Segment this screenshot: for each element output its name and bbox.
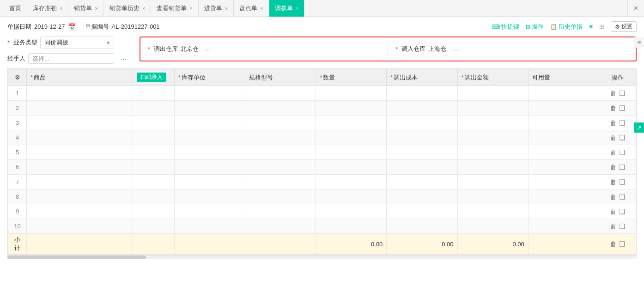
cell-qty[interactable]: [316, 116, 387, 130]
cell-cost[interactable]: [387, 204, 457, 219]
cell-cost[interactable]: [387, 116, 457, 130]
copy-row-button[interactable]: ❏: [619, 178, 625, 186]
copy-row-button[interactable]: ❏: [619, 193, 625, 201]
cell-unit[interactable]: [174, 116, 245, 130]
cell-cost[interactable]: [387, 160, 457, 175]
cell-spec[interactable]: [245, 234, 316, 255]
tab-item-销货单[interactable]: 销货单×: [68, 0, 103, 17]
cell-product[interactable]: [27, 116, 133, 130]
cell-amount[interactable]: [457, 130, 528, 145]
delete-row-button[interactable]: 🗑: [610, 208, 616, 215]
cell-spec[interactable]: [245, 86, 316, 101]
cell-qty[interactable]: [316, 175, 387, 189]
side-list-icon[interactable]: ≡: [638, 39, 641, 46]
delete-row-button[interactable]: 🗑: [610, 193, 616, 201]
cell-unit[interactable]: [174, 189, 245, 204]
cell-product[interactable]: [27, 145, 133, 160]
cell-cost[interactable]: [387, 101, 457, 116]
delete-row-button[interactable]: 🗑: [610, 223, 616, 230]
cell-amount[interactable]: 0.00: [457, 234, 528, 255]
copy-row-button[interactable]: ❏: [619, 89, 625, 97]
copy-row-button[interactable]: ❏: [619, 240, 625, 248]
horizontal-scrollbar[interactable]: [7, 255, 637, 259]
tab-item-销货单历史[interactable]: 销货单历史×: [104, 0, 151, 17]
cell-amount[interactable]: [457, 175, 528, 189]
cell-spec[interactable]: [245, 101, 316, 116]
cell-amount[interactable]: [457, 219, 528, 234]
cell-qty[interactable]: [316, 219, 387, 234]
settings-button[interactable]: ⚙ 设置: [611, 21, 637, 32]
cell-spec[interactable]: [245, 204, 316, 219]
tab-item-首页[interactable]: 首页: [4, 0, 27, 17]
tab-item-进货单[interactable]: 进货单×: [199, 0, 234, 17]
cell-cost[interactable]: [387, 86, 457, 101]
cell-spec[interactable]: [245, 160, 316, 175]
delete-row-button[interactable]: 🗑: [610, 90, 616, 97]
cell-unit[interactable]: [174, 234, 245, 255]
cell-amount[interactable]: [457, 86, 528, 101]
copy-row-button[interactable]: ❏: [619, 104, 625, 112]
cell-unit[interactable]: [174, 86, 245, 101]
cell-cost[interactable]: [387, 219, 457, 234]
warehouse-in-more-button[interactable]: ···: [449, 45, 462, 53]
delete-row-button[interactable]: 🗑: [610, 178, 616, 186]
cell-qty[interactable]: [316, 204, 387, 219]
cell-cost[interactable]: [387, 145, 457, 160]
tab-close-icon[interactable]: ×: [260, 6, 263, 11]
cell-cost[interactable]: [387, 175, 457, 189]
cell-qty[interactable]: 0.00: [316, 234, 387, 255]
cell-amount[interactable]: [457, 145, 528, 160]
cell-qty[interactable]: [316, 145, 387, 160]
scroll-thumb[interactable]: [7, 256, 146, 259]
cell-spec[interactable]: [245, 175, 316, 189]
cell-spec[interactable]: [245, 116, 316, 130]
copy-row-button[interactable]: ❏: [619, 208, 625, 215]
tab-close-icon[interactable]: ×: [142, 6, 145, 11]
layout-icon-grid[interactable]: ⊞: [599, 23, 604, 30]
business-type-select[interactable]: 同价调拨 ▾: [40, 37, 114, 49]
warehouse-out-more-button[interactable]: ···: [201, 45, 215, 53]
delete-row-button[interactable]: 🗑: [610, 104, 616, 112]
tab-close-icon[interactable]: ×: [225, 6, 228, 11]
cell-qty[interactable]: [316, 101, 387, 116]
tab-item-库存期初[interactable]: 库存期初×: [27, 0, 68, 17]
cell-qty[interactable]: [316, 86, 387, 101]
history-action[interactable]: 📋 历史单据: [550, 23, 583, 31]
copy-row-button[interactable]: ❏: [619, 163, 625, 171]
tab-item-盘点单[interactable]: 盘点单×: [234, 0, 269, 17]
cell-amount[interactable]: [457, 116, 528, 130]
copy-row-button[interactable]: ❏: [619, 119, 625, 127]
cell-spec[interactable]: [245, 145, 316, 160]
cell-product[interactable]: [27, 101, 133, 116]
copy-row-button[interactable]: ❏: [619, 134, 625, 141]
export-icon[interactable]: ↗: [634, 122, 644, 133]
cell-unit[interactable]: [174, 145, 245, 160]
tab-item-调拨单[interactable]: 调拨单×: [269, 0, 304, 17]
cell-unit[interactable]: [174, 160, 245, 175]
copy-row-button[interactable]: ❏: [619, 148, 625, 156]
cell-spec[interactable]: [245, 189, 316, 204]
cell-unit[interactable]: [174, 175, 245, 189]
cell-unit[interactable]: [174, 219, 245, 234]
layout-icon-list[interactable]: ≡: [589, 23, 593, 30]
copy-row-button[interactable]: ❏: [619, 222, 625, 230]
cell-spec[interactable]: [245, 219, 316, 234]
operator-input[interactable]: [28, 53, 114, 64]
delete-row-button[interactable]: 🗑: [610, 149, 616, 156]
cell-product[interactable]: [27, 86, 133, 101]
operate-action[interactable]: ⊞ 操作: [526, 23, 544, 31]
tab-item-查看销货单[interactable]: 查看销货单×: [151, 0, 198, 17]
cell-unit[interactable]: [174, 130, 245, 145]
cell-product[interactable]: [27, 160, 133, 175]
cell-cost[interactable]: [387, 189, 457, 204]
delete-row-button[interactable]: 🗑: [610, 119, 616, 127]
close-button[interactable]: ×: [627, 0, 644, 17]
cell-qty[interactable]: [316, 160, 387, 175]
cell-cost[interactable]: [387, 130, 457, 145]
cell-qty[interactable]: [316, 189, 387, 204]
delete-row-button[interactable]: 🗑: [610, 134, 616, 141]
cell-cost[interactable]: 0.00: [387, 234, 457, 255]
delete-row-button[interactable]: 🗑: [610, 164, 616, 171]
cell-amount[interactable]: [457, 160, 528, 175]
delete-row-button[interactable]: 🗑: [610, 240, 616, 248]
